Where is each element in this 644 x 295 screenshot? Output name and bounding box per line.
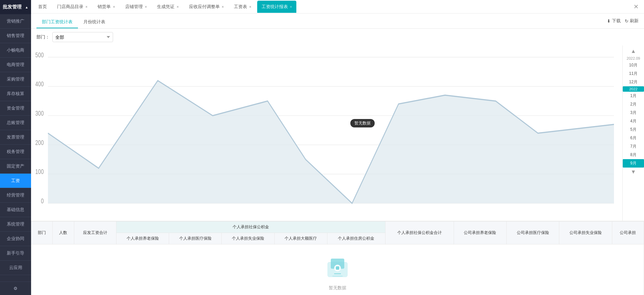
timeline-down-nav[interactable]: ▼ [629,168,638,176]
timeline-month-9[interactable]: 9月 [623,159,644,168]
col-personal-total: 个人承担社保公积金合计 [385,222,454,244]
refresh-icon: ↻ [625,19,628,24]
tab-sales-order[interactable]: 销货单 × [93,1,119,13]
svg-text:400: 400 [35,80,44,88]
tab-close-salary-report[interactable]: × [290,5,292,9]
tab-salary-table[interactable]: 工资表 × [230,1,256,13]
close-all-tabs-button[interactable]: ✕ [631,3,641,10]
svg-text:500: 500 [35,51,44,59]
sidebar-item-inventory[interactable]: 库存核算 [0,87,31,101]
tab-store-mgmt[interactable]: 店铺管理 × [121,1,151,13]
sidebar-top[interactable]: 批发管理 ▲ [0,0,31,14]
tab-close-store-mgmt[interactable]: × [145,5,147,9]
timeline-month-1[interactable]: 1月 [623,92,644,100]
tab-close-store-products[interactable]: × [85,5,87,9]
download-icon: ⬇ [607,19,611,24]
empty-text: 暂无数据 [329,285,346,291]
timeline-month-11[interactable]: 11月 [623,69,644,78]
svg-text:200: 200 [35,139,44,146]
col-personal-housing: 个人承担住房公积金 [327,233,385,244]
tab-close-production[interactable]: × [177,5,179,9]
tab-store-products[interactable]: 门店商品目录 × [53,1,92,13]
sidebar-item-sales[interactable]: 销售管理 [0,29,31,43]
tab-close-sales-order[interactable]: × [113,5,115,9]
empty-icon [324,255,351,282]
sub-tab-month-stats[interactable]: 月份统计表 [78,16,111,28]
tab-close-salary-table[interactable]: × [249,5,251,9]
timeline-month-10[interactable]: 10月 [623,61,644,69]
col-company-pension: 公司承担养老保险 [454,222,506,244]
empty-state: 暂无数据 [35,247,640,295]
gear-icon: ⚙ [14,286,18,291]
filter-row: 部门： 全部 销售部 技术部 行政部 财务部 [31,29,644,46]
table-empty-cell: 暂无数据 [31,244,644,295]
sidebar-item-enterprise[interactable]: 企业协同 [0,232,31,246]
timeline-month-8[interactable]: 8月 [623,151,644,159]
tab-production[interactable]: 生成凭证 × [153,1,183,13]
timeline-month-12[interactable]: 12月 [623,78,644,86]
col-personal-social-group: 个人承担社保公积金 [116,222,385,233]
timeline-month-4[interactable]: 4月 [623,117,644,125]
download-button[interactable]: ⬇ 下载 [607,18,621,24]
tab-salary-report[interactable]: 工资统计报表 × [257,1,296,13]
timeline-month-5[interactable]: 5月 [623,125,644,134]
sidebar-item-salary[interactable]: 工资 [0,174,31,188]
svg-rect-16 [336,266,339,270]
col-company-other: 公司承担 [612,222,644,244]
sidebar-item-cloud[interactable]: 云应用 [0,261,31,275]
sidebar-item-finance[interactable]: 资金管理 [0,101,31,116]
sub-tabs-actions: ⬇ 下载 ↻ 刷新 [607,18,639,27]
department-select[interactable]: 全部 销售部 技术部 行政部 财务部 [52,32,113,42]
sidebar-item-marketing[interactable]: 营销推广 [0,14,31,29]
settings-button[interactable]: ⚙ [0,282,31,295]
sidebar-item-guide[interactable]: 新手引导 [0,246,31,261]
tab-close-payable[interactable]: × [222,5,224,9]
col-company-medical: 公司承担医疗保险 [506,222,559,244]
timeline-year-2023: 2022 [623,86,644,92]
col-personal-unemployment: 个人承担失业保险 [222,233,274,244]
timeline-month-2[interactable]: 2月 [623,100,644,109]
sidebar-item-accounting[interactable]: 总账管理 [0,116,31,130]
timeline-panel: ▲ 2022.09 10月 11月 12月 2022 1月 2月 3月 4月 5… [622,46,644,221]
sidebar-arrow-icon: ▲ [25,5,28,9]
sidebar-item-system[interactable]: 系统管理 [0,217,31,232]
sidebar-item-operations[interactable]: 经营管理 [0,188,31,203]
sidebar-item-tax[interactable]: 税务管理 [0,145,31,159]
salary-chart: 500 400 300 200 100 0 [31,46,622,221]
chart-container: 500 400 300 200 100 0 [31,46,622,221]
col-dept: 部门 [31,222,53,244]
col-company-unemployment: 公司承担失业保险 [559,222,612,244]
sidebar-item-purchase[interactable]: 采购管理 [0,72,31,87]
tab-payable[interactable]: 应收应付调整单 × [185,1,228,13]
col-personal-pension: 个人承担养老保险 [116,233,169,244]
col-count: 人数 [53,222,74,244]
col-personal-large-medical: 个人承担大额医疗 [274,233,327,244]
tab-home[interactable]: 首页 [34,1,51,13]
sidebar-item-ecommerce[interactable]: 电商管理 [0,58,31,72]
sidebar-item-invoice[interactable]: 发票管理 [0,130,31,145]
sidebar-top-label: 批发管理 [3,4,22,10]
sidebar-item-ecommerce-small[interactable]: 小畅电商 [0,43,31,58]
svg-marker-12 [48,81,614,203]
timeline-month-6[interactable]: 6月 [623,134,644,142]
content-area: 部门工资统计表 月份统计表 ⬇ 下载 ↻ 刷新 部门： 全 [31,13,644,295]
chart-tooltip: 暂无数据 [350,119,375,127]
main-panel: 首页 门店商品目录 × 销货单 × 店铺管理 × 生成凭证 × 应收应付调整单 … [31,0,644,295]
svg-text:100: 100 [35,168,44,176]
timeline-up-nav[interactable]: ▲ [629,47,638,56]
timeline-year-label: 2022.09 [623,56,644,61]
table-area[interactable]: 部门 人数 应发工资合计 个人承担社保公积金 个人承担社保公积金合计 公司承担养… [31,221,644,295]
svg-text:300: 300 [35,110,44,117]
sub-tabs-left: 部门工资统计表 月份统计表 [36,16,111,28]
refresh-button[interactable]: ↻ 刷新 [625,18,639,24]
salary-table: 部门 人数 应发工资合计 个人承担社保公积金 个人承担社保公积金合计 公司承担养… [31,221,644,295]
sidebar: 批发管理 ▲ 营销推广 销售管理 小畅电商 电商管理 采购管理 库存核算 资金管… [0,0,31,295]
col-total-salary: 应发工资合计 [74,222,116,244]
timeline-month-3[interactable]: 3月 [623,109,644,117]
timeline-month-7[interactable]: 7月 [623,142,644,151]
sidebar-item-base[interactable]: 基础信息 [0,203,31,217]
sub-tab-dept-stats[interactable]: 部门工资统计表 [36,16,78,28]
chart-area: 500 400 300 200 100 0 [31,46,644,221]
tab-bar: 首页 门店商品目录 × 销货单 × 店铺管理 × 生成凭证 × 应收应付调整单 … [31,0,644,13]
sidebar-item-assets[interactable]: 固定资产 [0,159,31,174]
